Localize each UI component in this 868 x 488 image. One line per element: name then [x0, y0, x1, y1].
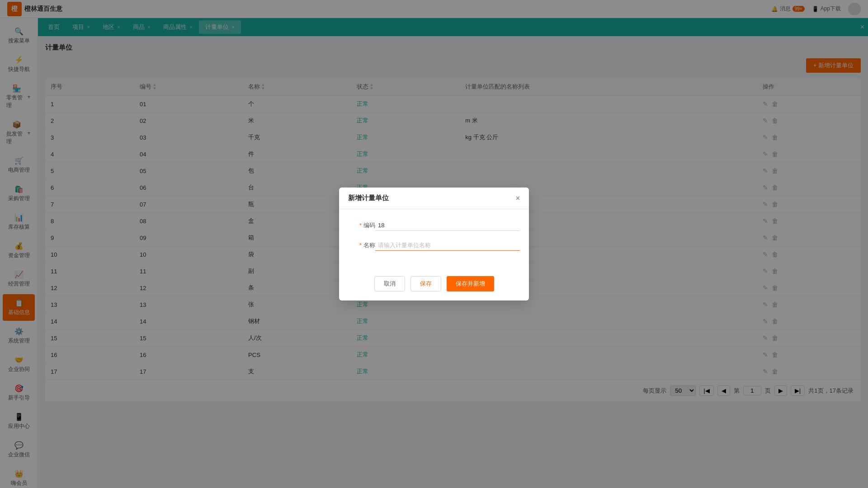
modal-title: 新增计量单位 — [348, 194, 389, 202]
modal-body: *编码 *名称 — [339, 209, 529, 269]
form-row-code: *编码 — [348, 220, 520, 231]
modal-footer: 取消 保存 保存并新增 — [339, 269, 529, 300]
name-label: *名称 — [348, 241, 375, 249]
modal-close-button[interactable]: × — [516, 194, 520, 202]
code-input[interactable] — [375, 220, 520, 231]
code-label: *编码 — [348, 221, 375, 230]
modal-overlay: 新增计量单位 × *编码 *名称 取消 保存 保存并新增 — [0, 0, 868, 488]
cancel-button[interactable]: 取消 — [374, 276, 405, 291]
form-row-name: *名称 — [348, 240, 520, 251]
save-and-new-button[interactable]: 保存并新增 — [447, 276, 494, 291]
add-unit-modal: 新增计量单位 × *编码 *名称 取消 保存 保存并新增 — [339, 188, 529, 300]
name-input[interactable] — [375, 240, 520, 251]
modal-header: 新增计量单位 × — [339, 188, 529, 209]
save-button[interactable]: 保存 — [410, 276, 441, 291]
